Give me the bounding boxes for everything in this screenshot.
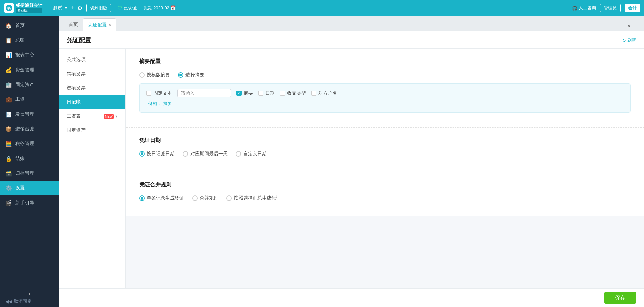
sidebar-item-label-closing: 结账 <box>15 156 25 162</box>
date-radio-group: 按日记账日期 对应期间最后一天 自定义日期 <box>139 151 631 157</box>
pin-label: 取消固定 <box>14 298 32 304</box>
settings-gear-icon[interactable]: ⚙ <box>77 5 82 11</box>
old-version-button[interactable]: 切到旧版 <box>86 4 111 12</box>
certified-badge: 🛡 已认证 <box>118 5 137 11</box>
left-nav-fixed-assets-label: 固定资产 <box>67 127 86 133</box>
accountant-button[interactable]: 会计 <box>625 4 640 12</box>
chevron-down-icon[interactable]: ▾ <box>65 6 67 10</box>
tab-close-icon[interactable]: × <box>109 23 111 27</box>
refresh-button[interactable]: ↻ 刷新 <box>622 37 636 43</box>
radio-custom-date[interactable]: 自定义日期 <box>236 151 267 157</box>
sidebar-item-assets[interactable]: 🏢 固定资产 <box>0 77 59 92</box>
sidebar-item-newbie[interactable]: 🎬 新手引导 <box>0 195 59 210</box>
radio-merge-rule-circle <box>192 195 198 201</box>
fixed-text-input[interactable] <box>177 89 231 97</box>
left-nav-journal-label: 日记账 <box>67 99 81 105</box>
sidebar-item-invoice[interactable]: 🧾 发票管理 <box>0 107 59 122</box>
period-info: 账期 2023-02 📅 <box>144 5 176 11</box>
new-badge: NEW <box>104 114 114 119</box>
logo-sub: 专业版 <box>16 8 42 13</box>
radio-select-circle <box>178 72 183 78</box>
checkbox-counterpart-box <box>311 91 316 96</box>
radio-select[interactable]: 选择摘要 <box>178 72 204 78</box>
unpin-button[interactable]: ◀◀ 取消固定 <box>0 295 59 307</box>
sidebar-item-label-finance: 资金管理 <box>15 67 34 73</box>
content-area: 首页 凭证配置 × × ⛶ 凭证配置 ↻ 刷新 <box>59 16 644 307</box>
support-button[interactable]: 🎧 人工咨询 <box>572 5 596 11</box>
sidebar-item-report[interactable]: 📊 报表中心 <box>0 48 59 62</box>
radio-merge-rule[interactable]: 合并规则 <box>192 195 218 201</box>
sidebar-item-label-assets: 固定资产 <box>15 82 34 88</box>
sidebar-item-label-report: 报表中心 <box>15 52 34 58</box>
tab-home[interactable]: 首页 <box>64 18 83 31</box>
logo-icon: 畅 <box>4 3 14 13</box>
checkbox-income-type[interactable]: 收支类型 <box>280 90 306 96</box>
sidebar-item-label-newbie: 新手引导 <box>15 200 34 206</box>
sidebar-item-label-invoice: 发票管理 <box>15 111 34 117</box>
settings-icon: ⚙️ <box>5 185 12 191</box>
checkbox-date[interactable]: 日期 <box>258 90 275 96</box>
radio-template[interactable]: 按模版摘要 <box>139 72 170 78</box>
merge-section: 凭证合并规则 单条记录生成凭证 合并规则 <box>126 172 644 216</box>
summary-section: 摘要配置 按模版摘要 选择摘要 <box>126 49 644 128</box>
sidebar-item-sales[interactable]: 📦 进销台账 <box>0 122 59 136</box>
sidebar-item-settings[interactable]: ⚙️ 设置 <box>0 181 59 195</box>
sidebar-item-label-salary: 工资 <box>15 96 25 102</box>
left-nav-public-label: 公共选项 <box>67 57 86 63</box>
sidebar-item-ledger[interactable]: 📋 总账 <box>0 33 59 48</box>
merge-radio-group: 单条记录生成凭证 合并规则 按照选择汇总生成凭证 <box>139 195 631 201</box>
left-nav-fixed-assets[interactable]: 固定资产 <box>59 123 125 137</box>
checkbox-fixed-text[interactable]: 固定文本 <box>146 90 172 96</box>
app-logo: 畅 畅捷通好会计 专业版 <box>4 3 48 13</box>
left-nav-payroll[interactable]: 工资表 NEW ▾ <box>59 109 125 123</box>
left-nav-sales-invoice[interactable]: 销项发票 <box>59 67 125 81</box>
save-button[interactable]: 保存 <box>604 292 636 304</box>
add-project-button[interactable]: + <box>71 5 75 12</box>
date-label: 日期 <box>265 90 275 96</box>
checkbox-income-type-box <box>280 91 285 96</box>
radio-select-merge[interactable]: 按照选择汇总生成凭证 <box>226 195 281 201</box>
radio-custom-date-label: 自定义日期 <box>243 151 267 157</box>
radio-journal-date-label: 按日记账日期 <box>147 151 175 157</box>
admin-button[interactable]: 管理员 <box>600 4 621 12</box>
ledger-icon: 📋 <box>5 37 12 44</box>
page: 凭证配置 ↻ 刷新 公共选项 销项发票 进项发票 <box>59 31 644 307</box>
sidebar-item-label-tax: 税务管理 <box>15 141 34 147</box>
radio-single[interactable]: 单条记录生成凭证 <box>139 195 184 201</box>
tab-voucher-config-label: 凭证配置 <box>88 22 107 28</box>
left-nav-purchase-invoice-label: 进项发票 <box>67 85 86 91</box>
merge-title: 凭证合并规则 <box>139 181 631 188</box>
left-nav-journal[interactable]: 日记账 <box>59 95 125 109</box>
pin-icon: ◀◀ <box>5 299 12 304</box>
counterpart-label: 对方户名 <box>318 90 337 96</box>
summary-box-row: 固定文本 ✓ 摘要 <box>146 89 624 97</box>
sidebar-item-archive[interactable]: 🗃️ 归档管理 <box>0 166 59 181</box>
sidebar-item-home[interactable]: 🏠 首页 <box>0 18 59 33</box>
topbar: 畅 畅捷通好会计 专业版 测试 ▾ + ⚙ 切到旧版 🛡 已认证 账期 2023… <box>0 0 644 16</box>
tab-voucher-config[interactable]: 凭证配置 × <box>83 18 116 31</box>
radio-period-last[interactable]: 对应期间最后一天 <box>183 151 228 157</box>
summary-label: 摘要 <box>244 90 253 96</box>
checkbox-summary[interactable]: ✓ 摘要 <box>236 90 253 96</box>
sidebar-item-label-home: 首页 <box>15 23 25 29</box>
expand-window-button[interactable]: ⛶ <box>633 23 639 29</box>
tax-icon: 🧮 <box>5 140 12 147</box>
sidebar-nav: 🏠 首页 📋 总账 📊 报表中心 💰 资金管理 🏢 固定资产 <box>0 16 59 290</box>
close-window-button[interactable]: × <box>628 23 631 29</box>
sidebar-item-tax[interactable]: 🧮 税务管理 <box>0 136 59 151</box>
radio-journal-date[interactable]: 按日记账日期 <box>139 151 175 157</box>
checkbox-counterpart[interactable]: 对方户名 <box>311 90 337 96</box>
left-nav-public[interactable]: 公共选项 <box>59 53 125 67</box>
sidebar-item-finance[interactable]: 💰 资金管理 <box>0 62 59 77</box>
sidebar-item-salary[interactable]: 💼 工资 <box>0 92 59 107</box>
sidebar-scroll-down-icon[interactable]: ▼ <box>0 290 59 297</box>
left-nav-payroll-label: 工资表 <box>67 113 81 119</box>
sidebar-item-closing[interactable]: 🔒 结账 <box>0 151 59 166</box>
example-value: 摘要 <box>163 101 172 106</box>
left-nav-purchase-invoice[interactable]: 进项发票 <box>59 81 125 95</box>
example-prefix: 例如： <box>148 101 161 106</box>
radio-custom-date-circle <box>236 151 241 157</box>
chevron-right-icon: ▾ <box>115 114 117 119</box>
summary-title: 摘要配置 <box>139 58 631 65</box>
refresh-label: 刷新 <box>627 37 636 43</box>
